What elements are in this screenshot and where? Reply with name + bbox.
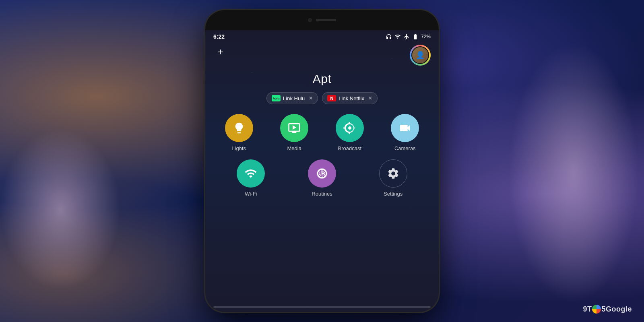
settings-icon-circle [379,159,407,188]
chip-netflix-close[interactable]: ✕ [368,95,372,101]
routines-icon [316,167,328,180]
status-icons: 72% [386,33,431,40]
routines-icon-circle [308,159,336,188]
grid-item-broadcast[interactable]: Broadcast [324,114,376,151]
hand-left-decoration [0,129,121,290]
broadcast-icon [343,122,356,134]
status-bar: 6:22 72% [205,30,439,41]
camera [308,18,312,22]
battery-percent: 72% [421,34,431,39]
lightbulb-icon [233,122,246,134]
media-icon-circle [280,114,308,142]
wifi-label: Wi-Fi [245,191,257,197]
battery-icon [412,33,419,40]
phone-frame: 6:22 72% + 👤 Apt hul [205,10,439,312]
media-label: Media [287,145,301,151]
hand-right-decoration [503,32,644,314]
icon-grid-row2: Wi-Fi Routines Settings [205,159,439,197]
mute-icon [386,33,392,40]
phone-top-bar [205,10,439,30]
netflix-logo: N [327,95,336,101]
icon-grid-row1: Lights Media Broadcast Cam [205,114,439,151]
grid-item-settings[interactable]: Settings [359,159,427,197]
chip-hulu[interactable]: hulu Link Hulu ✕ [266,92,318,104]
settings-gear-icon [387,167,400,180]
grid-item-wifi[interactable]: Wi-Fi [217,159,285,197]
link-chips: hulu Link Hulu ✕ N Link Netflix ✕ [205,92,439,104]
cameras-label: Cameras [394,145,416,151]
routines-label: Routines [312,191,332,197]
chip-hulu-label: Link Hulu [283,95,305,101]
app-title: Apt [205,72,439,86]
hulu-logo: hulu [272,95,281,101]
grid-item-routines[interactable]: Routines [289,159,356,197]
grid-item-media[interactable]: Media [269,114,320,151]
notch [298,16,346,25]
broadcast-label: Broadcast [338,145,361,151]
settings-label: Settings [384,191,402,197]
avatar: 👤 [411,46,429,64]
wifi-icon [394,33,401,40]
add-button[interactable]: + [213,45,228,59]
wifi-grid-icon [244,167,257,180]
status-time: 6:22 [213,33,225,40]
phone-screen: 6:22 72% + 👤 Apt hul [205,30,439,312]
grid-item-lights[interactable]: Lights [213,114,265,151]
camera-icon [398,122,411,134]
airplane-icon [403,33,410,40]
app-header: + 👤 [205,41,439,69]
chip-netflix[interactable]: N Link Netflix ✕ [322,92,378,104]
google-logo-icon [592,305,601,314]
chip-netflix-label: Link Netflix [339,95,364,101]
speaker [316,19,336,21]
cameras-icon-circle [391,114,419,142]
watermark: 9T5Google [583,305,632,314]
lights-icon-circle [225,114,253,142]
avatar-ring[interactable]: 👤 [410,45,431,66]
broadcast-icon-circle [336,114,364,142]
grid-item-cameras[interactable]: Cameras [380,114,431,151]
media-play-icon [288,122,301,134]
lights-label: Lights [232,145,246,151]
wifi-icon-circle [237,159,265,188]
chip-hulu-close[interactable]: ✕ [309,95,313,101]
home-indicator [213,306,431,308]
